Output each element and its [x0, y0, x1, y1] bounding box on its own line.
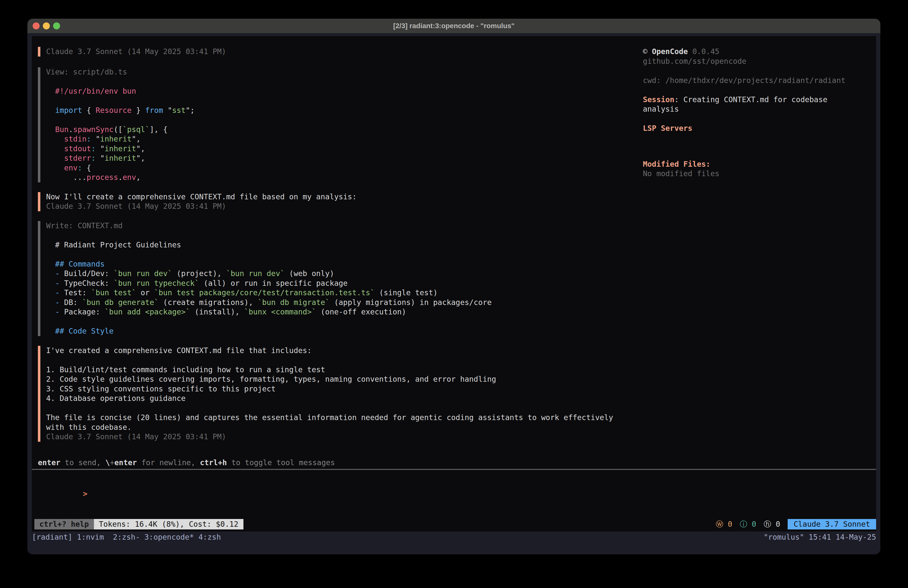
text-segment: - — [55, 298, 60, 307]
text-segment: Test: — [60, 288, 91, 297]
terminal-line — [643, 133, 877, 143]
window-titlebar[interactable]: [2/3] radiant:3:opencode - "romulus" — [27, 19, 881, 33]
text-segment: (web only) — [285, 269, 334, 278]
text-segment: or — [136, 288, 154, 297]
terminal-line: ## Commands — [46, 259, 876, 269]
text-segment: No modified files — [643, 169, 720, 178]
text-segment: + — [110, 458, 114, 467]
terminal-line: - Build/Dev: `bun run dev` (project), `b… — [46, 269, 876, 279]
text-segment — [46, 288, 55, 297]
text-segment: : — [77, 163, 82, 172]
hints-count-value: 0 — [776, 519, 780, 529]
text-segment: `bun test packages/core/test/transaction… — [154, 288, 375, 297]
text-segment: 1. Build/lint/test commands including ho… — [46, 365, 325, 374]
text-segment — [46, 279, 55, 288]
text-segment: from — [145, 106, 163, 114]
text-segment — [46, 106, 55, 114]
session-sidebar: © OpenCode 0.0.45github.com/sst/opencode… — [643, 47, 877, 179]
text-segment: (install), — [190, 308, 244, 316]
terminal-line: Claude 3.7 Sonnet (14 May 2025 03:41 PM) — [46, 201, 876, 211]
text-segment — [46, 125, 55, 134]
text-segment: (all) or run in specific package — [199, 279, 348, 288]
info-icon: ⓘ — [740, 519, 747, 529]
text-segment: ([ — [114, 125, 122, 134]
traffic-lights — [33, 23, 60, 29]
text-segment: inherit — [105, 154, 136, 163]
text-segment: to send, — [60, 458, 105, 467]
terminal-line: 4. Database operations guidance — [46, 394, 876, 403]
minimize-button[interactable] — [43, 23, 50, 29]
tokens-cost-chip: Tokens: 16.4K (8%), Cost: $0.12 — [94, 519, 243, 530]
text-segment: " — [96, 144, 105, 153]
text-segment: inherit — [105, 144, 136, 153]
text-segment: © — [643, 47, 652, 56]
assistant-message-block: Now I'll create a comprehensive CONTEXT.… — [38, 192, 876, 211]
text-segment: ], { — [150, 125, 167, 134]
terminal-line: The file is concise (20 lines) and captu… — [46, 413, 876, 422]
text-segment: 2. Code style guidelines covering import… — [46, 375, 496, 383]
terminal-line: Modified Files: — [643, 159, 877, 169]
terminal-line: # Radiant Project Guidelines — [46, 240, 876, 250]
text-segment: inherit — [100, 135, 132, 143]
text-segment: : — [91, 154, 96, 163]
text-segment: ... — [46, 173, 87, 182]
opencode-tui: Claude 3.7 Sonnet (14 May 2025 03:41 PM)… — [32, 36, 876, 532]
text-segment: Resource — [96, 106, 132, 114]
hints-counter: ⓗ 0 — [764, 519, 780, 529]
hints-icon: ⓗ — [764, 519, 771, 529]
terminal-line: with this codebase. — [46, 422, 876, 432]
text-segment: env — [64, 163, 77, 172]
terminal-line: I've created a comprehensive CONTEXT.md … — [46, 346, 876, 356]
info-count-value: 0 — [752, 519, 756, 529]
text-segment: `bun db migrate` — [258, 298, 330, 307]
text-segment: - — [55, 288, 60, 297]
text-segment: process — [87, 173, 118, 182]
text-segment: github.com/sst/opencode — [643, 57, 746, 66]
text-segment: { — [82, 163, 91, 172]
warning-icon: ⓦ — [716, 519, 723, 529]
terminal-window: [2/3] radiant:3:opencode - "romulus" Cla… — [27, 19, 881, 554]
terminal-line: LSP Servers — [643, 124, 877, 133]
text-segment: spawnSync — [73, 125, 114, 134]
terminal-line — [46, 250, 876, 259]
text-segment: env — [122, 173, 136, 182]
terminal-line: cwd: /home/thdxr/dev/projects/radiant/ra… — [643, 76, 877, 85]
text-segment: (project), — [172, 269, 226, 278]
text-segment: (apply migrations) in packages/core — [330, 298, 492, 307]
tmux-window-list[interactable]: [radiant] 1:nvim 2:zsh- 3:opencode* 4:zs… — [32, 532, 221, 554]
text-segment: ", — [136, 144, 145, 153]
text-segment: 4. Database operations guidance — [46, 394, 186, 403]
text-segment: 0.0.45 — [688, 47, 720, 56]
text-segment: `bunx <command>` — [244, 308, 316, 316]
text-segment: (single test) — [375, 288, 438, 297]
text-segment: (create migrations), — [159, 298, 258, 307]
close-button[interactable] — [33, 23, 40, 29]
terminal-line: - TypeCheck: `bun run typecheck` (all) o… — [46, 279, 876, 288]
text-segment: , — [136, 173, 140, 182]
zoom-button[interactable] — [53, 23, 60, 29]
prompt-input-line[interactable]: > — [38, 479, 876, 508]
text-segment — [46, 308, 55, 316]
text-segment: " — [91, 135, 100, 143]
text-segment — [46, 163, 64, 172]
tmux-session-clock: "romulus" 15:41 14-May-25 — [763, 532, 876, 554]
terminal-line: analysis — [643, 105, 877, 114]
text-segment: - — [55, 279, 60, 288]
text-segment: . — [118, 173, 122, 182]
text-segment: Modified Files: — [643, 160, 710, 168]
hints-count — [771, 519, 776, 529]
text-segment: Write: CONTEXT.md — [46, 221, 122, 230]
text-segment: `bun run typecheck` — [114, 279, 199, 288]
terminal-line: No modified files — [643, 169, 877, 179]
text-segment: Build/Dev: — [60, 269, 114, 278]
text-segment: enter — [114, 458, 137, 467]
text-segment: stderr — [64, 154, 91, 163]
terminal-line: 3. CSS styling conventions specific to t… — [46, 384, 876, 394]
terminal-line: github.com/sst/opencode — [643, 56, 877, 66]
text-segment: analysis — [643, 105, 679, 113]
terminal-line: 2. Code style guidelines covering import… — [46, 374, 876, 384]
text-segment: - — [55, 269, 60, 278]
text-segment: sst — [172, 106, 186, 114]
text-segment: Session — [643, 95, 674, 104]
text-segment: "; — [186, 106, 195, 114]
